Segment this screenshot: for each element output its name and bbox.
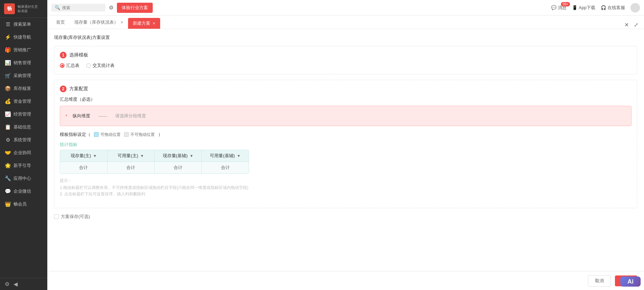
sidebar: 畅 畅康通好生意 标准版 ☰ 搜索菜单 ⚡ 快捷导航 🎁 营销推广 📊 销售管理… bbox=[0, 0, 47, 290]
dimension-config-area[interactable]: * 纵向维度 —— 请选择分组维度 bbox=[60, 106, 631, 126]
col-available-aux[interactable]: 可用量(基辅) ▼ bbox=[202, 150, 249, 162]
marketing-icon: 🎁 bbox=[5, 47, 11, 53]
tips-area: 提示： 1.拖动标题栏可以调整布局，不可跨维度或指标区域拖动栏目字段(只能在同一… bbox=[60, 178, 631, 197]
stats-table-header: 现存量(主) ▼ 可用量(主) ▼ 现存量(基辅) ▼ 可用量(基辅) bbox=[60, 150, 249, 162]
step1-header: 1 选择模板 bbox=[60, 52, 631, 58]
col-current-aux[interactable]: 现存量(基辅) ▼ bbox=[155, 150, 202, 162]
sidebar-item-search[interactable]: ☰ 搜索菜单 bbox=[0, 18, 47, 31]
appcenter-icon: 🔧 bbox=[5, 175, 11, 182]
chevron-col0-icon: ▼ bbox=[93, 154, 97, 158]
basic-info-icon: 📋 bbox=[5, 124, 11, 130]
app-logo-icon: 畅 bbox=[4, 3, 15, 14]
gear-icon[interactable]: ⚙ bbox=[109, 4, 114, 11]
operations-icon: 📈 bbox=[5, 111, 11, 117]
topbar-right: 💬 消息 99+ 📱 App下载 🎧 在线客服 bbox=[551, 3, 640, 13]
user-avatar[interactable] bbox=[630, 3, 640, 13]
draggable-legend-box bbox=[94, 132, 99, 137]
step1-num: 1 bbox=[60, 52, 67, 58]
system-icon: ⚙ bbox=[5, 137, 11, 143]
main-area: 🔍 ⚙ 体验行业方案 💬 消息 99+ 📱 App下载 🎧 在线客服 首页 bbox=[47, 0, 644, 290]
dimension-placeholder: 请选择分组维度 bbox=[115, 113, 146, 119]
window-controls: ✕ ⤢ bbox=[622, 21, 640, 29]
cell-0: 合计 bbox=[60, 162, 107, 173]
dimension-row: * 纵向维度 —— 请选择分组维度 bbox=[66, 113, 626, 119]
vertical-dim-label: 纵向维度 bbox=[73, 113, 90, 119]
sidebar-nav: ☰ 搜索菜单 ⚡ 快捷导航 🎁 营销推广 📊 销售管理 🛒 采购管理 📦 库存核… bbox=[0, 18, 47, 278]
page-title: 现存量(库存状况表)方案设置 bbox=[54, 34, 637, 41]
app-download-button[interactable]: 📱 App下载 bbox=[572, 5, 595, 11]
dash-separator: —— bbox=[98, 114, 107, 119]
stats-section-label: 统计指标 bbox=[60, 142, 631, 148]
sidebar-item-system[interactable]: ⚙ 系统管理 bbox=[0, 134, 47, 146]
search-box[interactable]: 🔍 bbox=[51, 4, 105, 11]
sidebar-item-operations[interactable]: 📈 经营管理 bbox=[0, 108, 47, 121]
tab-inventory-close-icon[interactable]: ✕ bbox=[120, 20, 123, 25]
legend-draggable: 可拖动位置 bbox=[94, 132, 121, 138]
message-button[interactable]: 💬 消息 99+ bbox=[551, 5, 567, 11]
sidebar-item-finance[interactable]: 💰 资金管理 bbox=[0, 95, 47, 108]
content-area: 现存量(库存状况表)方案设置 1 选择模板 汇总表 交叉统计表 bbox=[47, 29, 644, 271]
cell-2: 合计 bbox=[155, 162, 202, 173]
indicator-label-row: 模板指标设定（ 可拖动位置 不可拖动位置 ） bbox=[60, 131, 631, 138]
tip-item-1: 2. 点击标题栏下拉可设置排序、插入列和删除列 bbox=[60, 191, 631, 197]
purchase-icon: 🛒 bbox=[5, 73, 11, 79]
search-icon: 🔍 bbox=[55, 5, 60, 10]
indicator-settings: 模板指标设定（ 可拖动位置 不可拖动位置 ） bbox=[60, 131, 631, 138]
sidebar-item-basic-info[interactable]: 📋 基础信息 bbox=[0, 121, 47, 134]
message-badge: 99+ bbox=[561, 2, 570, 6]
content-inner: 现存量(库存状况表)方案设置 1 选择模板 汇总表 交叉统计表 bbox=[47, 29, 644, 271]
trial-industry-button[interactable]: 体验行业方案 bbox=[117, 3, 153, 13]
template-radio-group: 汇总表 交叉统计表 bbox=[60, 63, 631, 69]
sidebar-item-purchase[interactable]: 🛒 采购管理 bbox=[0, 69, 47, 82]
save-scheme-checkbox[interactable] bbox=[54, 214, 59, 219]
finance-icon: 💰 bbox=[5, 98, 11, 104]
radio-summary-dot bbox=[60, 63, 65, 68]
chevron-col3-icon: ▼ bbox=[237, 154, 241, 158]
search-input[interactable] bbox=[62, 5, 102, 10]
quicknav-icon: ⚡ bbox=[5, 34, 11, 40]
sidebar-item-membership[interactable]: 👑 畅会员 bbox=[0, 198, 47, 211]
sidebar-item-wechat[interactable]: 💬 企业微信 bbox=[0, 185, 47, 198]
col-available-main[interactable]: 可用量(主) ▼ bbox=[107, 150, 155, 162]
tab-home[interactable]: 首页 bbox=[51, 17, 70, 29]
sidebar-logo: 畅 畅康通好生意 标准版 bbox=[0, 0, 47, 18]
step2-title: 方案配置 bbox=[69, 86, 88, 92]
tab-new-scheme[interactable]: 新建方案 ✕ bbox=[128, 18, 160, 29]
sidebar-item-cooperation[interactable]: 🤝 企业协同 bbox=[0, 146, 47, 159]
sidebar-item-quicknav[interactable]: ⚡ 快捷导航 bbox=[0, 31, 47, 44]
newuser-icon: 🌟 bbox=[5, 163, 11, 169]
sidebar-item-newuser[interactable]: 🌟 新手引导 bbox=[0, 159, 47, 172]
step2-num: 2 bbox=[60, 86, 67, 92]
sales-icon: 📊 bbox=[5, 60, 11, 66]
radio-summary-table[interactable]: 汇总表 bbox=[60, 63, 79, 69]
stats-table: 现存量(主) ▼ 可用量(主) ▼ 现存量(基辅) ▼ 可用量(基辅) bbox=[60, 150, 249, 174]
tab-new-close-icon[interactable]: ✕ bbox=[152, 21, 155, 26]
membership-icon: 👑 bbox=[5, 201, 11, 207]
tip-item-0: 1.拖动标题栏可以调整布局，不可跨维度或指标区域拖动栏目字段(只能在同一维度或指… bbox=[60, 185, 631, 191]
col-current-main[interactable]: 现存量(主) ▼ bbox=[60, 150, 107, 162]
online-service-button[interactable]: 🎧 在线客服 bbox=[601, 5, 625, 11]
window-expand-button[interactable]: ⤢ bbox=[632, 21, 640, 29]
sidebar-item-appcenter[interactable]: 🔧 应用中心 bbox=[0, 172, 47, 185]
radio-crosstab-dot bbox=[86, 63, 91, 68]
tab-inventory-status[interactable]: 现存量（库存状况表） ✕ bbox=[70, 17, 128, 29]
service-icon: 🎧 bbox=[601, 5, 606, 10]
cancel-button[interactable]: 取消 bbox=[588, 275, 611, 287]
save-scheme-label: 方案保存(可选) bbox=[61, 214, 90, 220]
ai-button[interactable]: Ai bbox=[620, 276, 641, 287]
settings-icon[interactable]: ⚙ bbox=[5, 281, 9, 287]
sidebar-item-marketing[interactable]: 🎁 营销推广 bbox=[0, 44, 47, 56]
sidebar-item-sales[interactable]: 📊 销售管理 bbox=[0, 56, 47, 69]
radio-crosstab[interactable]: 交叉统计表 bbox=[86, 63, 115, 69]
help-icon[interactable]: ◀ bbox=[14, 281, 18, 287]
not-draggable-legend-box bbox=[124, 132, 129, 137]
step2-section: 2 方案配置 汇总维度（必选） * 纵向维度 —— 请选择分组维度 bbox=[54, 80, 637, 208]
window-close-button[interactable]: ✕ bbox=[622, 21, 630, 29]
step2-header: 2 方案配置 bbox=[60, 86, 631, 92]
footer: 取消 查询 bbox=[47, 271, 644, 290]
chevron-col1-icon: ▼ bbox=[140, 154, 144, 158]
mobile-icon: 📱 bbox=[572, 5, 577, 10]
search-menu-icon: ☰ bbox=[5, 21, 11, 27]
sidebar-item-inventory[interactable]: 📦 库存核算 bbox=[0, 82, 47, 95]
required-star: * bbox=[66, 114, 67, 119]
